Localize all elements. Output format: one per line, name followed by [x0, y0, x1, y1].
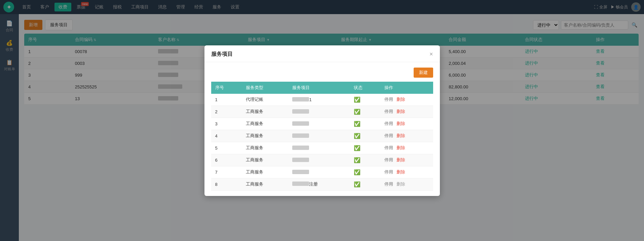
service-item-text [292, 182, 309, 186]
mcell-item: 1 [288, 94, 350, 106]
mcell-seq: 4 [211, 130, 242, 142]
mcell-item [288, 142, 350, 154]
modal-header: 服务项目 × [204, 45, 440, 62]
mcell-item: 注册 [288, 178, 350, 190]
mcell-status: ✅ [350, 106, 380, 118]
mcell-action: 停用 删除 [380, 118, 433, 130]
mcol-seq: 序号 [211, 82, 242, 94]
mcell-item [288, 166, 350, 178]
status-check-icon: ✅ [354, 133, 361, 139]
status-check-icon: ✅ [354, 182, 361, 187]
service-table-row: 5 工商服务 ✅ 停用 删除 [211, 142, 433, 154]
mcell-action: 停用 删除 [380, 178, 433, 190]
delete-button[interactable]: 删除 [396, 133, 405, 139]
mcol-action: 操作 [380, 82, 433, 94]
delete-button[interactable]: 删除 [396, 145, 405, 151]
status-check-icon: ✅ [354, 169, 361, 175]
new-service-button[interactable]: 新建 [414, 68, 433, 78]
mcell-seq: 1 [211, 94, 242, 106]
service-table-row: 3 工商服务 ✅ 停用 删除 [211, 118, 433, 130]
mcell-type: 工商服务 [242, 154, 289, 166]
modal-toolbar: 新建 [211, 68, 433, 78]
mcell-type: 工商服务 [242, 118, 289, 130]
modal-body: 新建 序号 服务类型 服务项目 状态 操作 1 代理记账 1 ✅ [204, 62, 440, 196]
mcell-seq: 5 [211, 142, 242, 154]
mcell-item [288, 118, 350, 130]
mcell-status: ✅ [350, 154, 380, 166]
status-check-icon: ✅ [354, 145, 361, 151]
mcell-action: 停用 删除 [380, 106, 433, 118]
service-table-header: 序号 服务类型 服务项目 状态 操作 [211, 82, 433, 94]
mcell-status: ✅ [350, 94, 380, 106]
delete-button[interactable]: 删除 [396, 157, 405, 163]
disable-button[interactable]: 停用 [384, 157, 393, 163]
delete-button[interactable]: 删除 [396, 181, 405, 187]
mcell-type: 工商服务 [242, 178, 289, 190]
mcol-item: 服务项目 [288, 82, 350, 94]
mcell-action: 停用 删除 [380, 166, 433, 178]
mcell-item [288, 106, 350, 118]
service-item-text [292, 97, 309, 102]
mcell-status: ✅ [350, 118, 380, 130]
service-table-row: 4 工商服务 ✅ 停用 删除 [211, 130, 433, 142]
service-item-text [292, 158, 309, 162]
mcell-type: 工商服务 [242, 106, 289, 118]
service-item-text [292, 146, 309, 150]
disable-button[interactable]: 停用 [384, 145, 393, 151]
service-item-text [292, 109, 309, 114]
mcell-action: 停用 删除 [380, 142, 433, 154]
delete-button[interactable]: 删除 [396, 121, 405, 127]
disable-button[interactable]: 停用 [384, 109, 393, 115]
mcell-type: 工商服务 [242, 130, 289, 142]
service-item-text [292, 121, 309, 126]
status-check-icon: ✅ [354, 97, 361, 103]
modal-close-button[interactable]: × [429, 51, 433, 57]
mcell-seq: 7 [211, 166, 242, 178]
mcell-item [288, 130, 350, 142]
mcell-seq: 8 [211, 178, 242, 190]
modal-overlay[interactable]: 服务项目 × 新建 序号 服务类型 服务项目 状态 操作 1 [0, 0, 644, 241]
delete-button[interactable]: 删除 [396, 169, 405, 175]
service-table-row: 6 工商服务 ✅ 停用 删除 [211, 154, 433, 166]
service-item-text [292, 170, 309, 174]
delete-button[interactable]: 删除 [396, 96, 405, 103]
status-check-icon: ✅ [354, 109, 361, 115]
service-item-text [292, 133, 309, 138]
disable-button[interactable]: 停用 [384, 181, 393, 187]
mcell-status: ✅ [350, 130, 380, 142]
mcell-type: 工商服务 [242, 142, 289, 154]
status-check-icon: ✅ [354, 157, 361, 163]
service-table-row: 1 代理记账 1 ✅ 停用 删除 [211, 94, 433, 106]
mcol-type: 服务类型 [242, 82, 289, 94]
mcell-seq: 3 [211, 118, 242, 130]
modal-title: 服务项目 [211, 51, 233, 58]
status-check-icon: ✅ [354, 121, 361, 127]
service-table: 序号 服务类型 服务项目 状态 操作 1 代理记账 1 ✅ 停用 删除 2 工商… [211, 82, 433, 191]
service-modal: 服务项目 × 新建 序号 服务类型 服务项目 状态 操作 1 [204, 45, 440, 196]
mcell-seq: 6 [211, 154, 242, 166]
service-table-row: 8 工商服务 注册 ✅ 停用 删除 [211, 178, 433, 190]
mcell-action: 停用 删除 [380, 154, 433, 166]
mcell-status: ✅ [350, 142, 380, 154]
delete-button[interactable]: 删除 [396, 109, 405, 115]
mcell-seq: 2 [211, 106, 242, 118]
mcell-type: 代理记账 [242, 94, 289, 106]
disable-button[interactable]: 停用 [384, 169, 393, 175]
mcell-type: 工商服务 [242, 166, 289, 178]
mcell-item [288, 154, 350, 166]
mcell-status: ✅ [350, 178, 380, 190]
service-table-row: 7 工商服务 ✅ 停用 删除 [211, 166, 433, 178]
disable-button[interactable]: 停用 [384, 121, 393, 127]
disable-button[interactable]: 停用 [384, 133, 393, 139]
mcol-status: 状态 [350, 82, 380, 94]
disable-button[interactable]: 停用 [384, 96, 393, 103]
mcell-status: ✅ [350, 166, 380, 178]
mcell-action: 停用 删除 [380, 130, 433, 142]
mcell-action: 停用 删除 [380, 94, 433, 106]
service-table-row: 2 工商服务 ✅ 停用 删除 [211, 106, 433, 118]
